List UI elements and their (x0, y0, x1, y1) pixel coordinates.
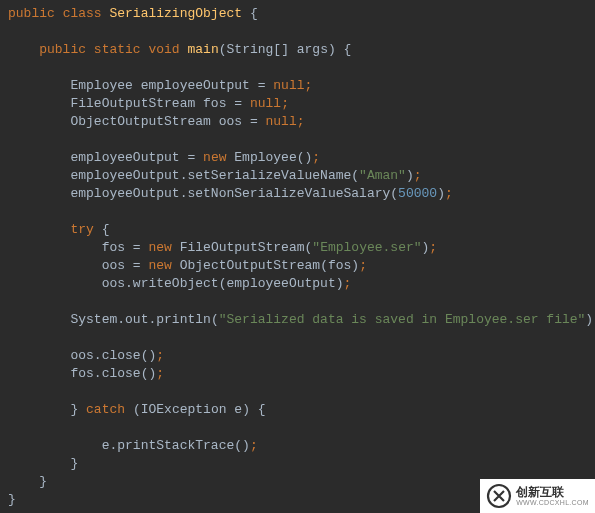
code-line: FileOutputStream fos = null; (8, 95, 587, 113)
type-objectoutputstream: ObjectOutputStream (70, 114, 210, 129)
var-employeeOutput: employeeOutput (226, 276, 335, 291)
keyword-new: new (203, 150, 226, 165)
keyword-null: null (250, 96, 281, 111)
type-fileoutputstream: FileOutputStream (180, 240, 305, 255)
code-line: oos = new ObjectOutputStream(fos); (8, 257, 587, 275)
var-oos: oos (219, 114, 242, 129)
code-line: oos.writeObject(employeeOutput); (8, 275, 587, 293)
keyword-new: new (148, 240, 171, 255)
code-line: fos.close(); (8, 365, 587, 383)
code-line: employeeOutput = new Employee(); (8, 149, 587, 167)
keyword-try: try (70, 222, 93, 237)
code-line (8, 293, 587, 311)
var-oos: oos (70, 348, 93, 363)
code-line (8, 203, 587, 221)
code-line: fos = new FileOutputStream("Employee.ser… (8, 239, 587, 257)
type-employee: Employee (234, 150, 296, 165)
code-line (8, 59, 587, 77)
var-fos: fos (70, 366, 93, 381)
code-line (8, 23, 587, 41)
method-close: close (102, 366, 141, 381)
code-line (8, 383, 587, 401)
code-block: public class SerializingObject { public … (8, 5, 587, 509)
var-fos: fos (328, 258, 351, 273)
code-line: } catch (IOException e) { (8, 401, 587, 419)
code-line: public static void main(String[] args) { (8, 41, 587, 59)
type-fileoutputstream: FileOutputStream (70, 96, 195, 111)
string-employee-ser: "Employee.ser" (312, 240, 421, 255)
method-println: println (156, 312, 211, 327)
watermark: 创新互联 WWW.CDCXHL.COM (480, 479, 595, 513)
watermark-logo-icon (486, 483, 512, 509)
var-e: e (234, 402, 242, 417)
keyword-public: public (8, 6, 55, 21)
watermark-en-text: WWW.CDCXHL.COM (516, 499, 589, 506)
keyword-catch: catch (86, 402, 125, 417)
keyword-null: null (266, 114, 297, 129)
field-out: out (125, 312, 148, 327)
param-args: args (297, 42, 328, 57)
code-line: Employee employeeOutput = null; (8, 77, 587, 95)
class-definition: SerializingObject (109, 6, 242, 21)
string-aman: "Aman" (359, 168, 406, 183)
var-employeeOutput: employeeOutput (70, 168, 179, 183)
string-serialized-msg: "Serialized data is saved in Employee.se… (219, 312, 586, 327)
type-objectoutputstream: ObjectOutputStream (180, 258, 320, 273)
keyword-class: class (63, 6, 102, 21)
type-employee: Employee (70, 78, 132, 93)
var-employeeOutput: employeeOutput (70, 186, 179, 201)
obj-system: System (70, 312, 117, 327)
code-line: ObjectOutputStream oos = null; (8, 113, 587, 131)
number-50000: 50000 (398, 186, 437, 201)
code-line: e.printStackTrace(); (8, 437, 587, 455)
keyword-null: null (273, 78, 304, 93)
type-ioexception: IOException (141, 402, 227, 417)
keyword-static: static (94, 42, 141, 57)
code-line (8, 419, 587, 437)
code-line: employeeOutput.setNonSerializeValueSalar… (8, 185, 587, 203)
var-employeeOutput: employeeOutput (70, 150, 179, 165)
var-fos: fos (203, 96, 226, 111)
code-line: oos.close(); (8, 347, 587, 365)
code-line: employeeOutput.setSerializeValueName("Am… (8, 167, 587, 185)
var-fos: fos (102, 240, 125, 255)
method-printStackTrace: printStackTrace (117, 438, 234, 453)
keyword-new: new (148, 258, 171, 273)
type-string-array: String[] (227, 42, 289, 57)
code-line: public class SerializingObject { (8, 5, 587, 23)
method-main: main (188, 42, 219, 57)
method-setSerializeValueName: setSerializeValueName (187, 168, 351, 183)
keyword-void: void (148, 42, 179, 57)
code-line: } (8, 455, 587, 473)
code-line (8, 329, 587, 347)
code-line (8, 131, 587, 149)
var-oos: oos (102, 276, 125, 291)
watermark-text: 创新互联 WWW.CDCXHL.COM (516, 486, 589, 506)
var-employeeOutput: employeeOutput (141, 78, 250, 93)
method-writeObject: writeObject (133, 276, 219, 291)
method-setNonSerializeValueSalary: setNonSerializeValueSalary (187, 186, 390, 201)
var-oos: oos (102, 258, 125, 273)
method-close: close (102, 348, 141, 363)
code-line: try { (8, 221, 587, 239)
watermark-cn-text: 创新互联 (516, 486, 589, 498)
code-line: System.out.println("Serialized data is s… (8, 311, 587, 329)
keyword-public: public (39, 42, 86, 57)
